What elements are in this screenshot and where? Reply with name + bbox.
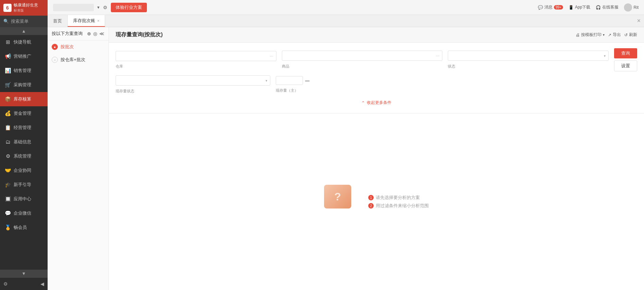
topbar-left: ▾ ⚙ 体验行业方案 xyxy=(53,3,147,12)
collapse-label: 收起更多条件 xyxy=(367,100,391,106)
sidebar-item-label: 采购管理 xyxy=(14,82,31,88)
apps-icon: 🔲 xyxy=(5,196,11,202)
tab-close-btn[interactable]: × xyxy=(97,19,99,23)
content-area: 按以下方案查询 ⊕ ◎ ≪ ● 按批次 ○ 按仓库+批次 现存量查询 xyxy=(48,27,644,290)
print-btn[interactable]: 🖨 按模板打印 ▾ xyxy=(576,32,605,38)
empty-hint-2: 2 用过滤条件来缩小分析范围 xyxy=(368,203,429,209)
experience-btn[interactable]: 体验行业方案 xyxy=(111,3,147,12)
avatar xyxy=(624,3,632,12)
sidebar-item-inventory[interactable]: 📦 库存核算 xyxy=(0,92,48,106)
goods-input-wrap[interactable]: ··· xyxy=(282,51,443,61)
sales-icon: 📊 xyxy=(5,68,11,74)
warehouse-label: 仓库 xyxy=(116,64,123,69)
warehouse-input-wrap[interactable]: ··· xyxy=(116,51,276,61)
scheme-icon-active: ● xyxy=(52,44,58,50)
online-service-btn[interactable]: 🎧 在线客服 xyxy=(596,4,618,10)
inventory-qty-field: — 现存量（主） xyxy=(276,76,430,93)
sidebar-item-member[interactable]: 🏅 畅会员 xyxy=(0,220,48,235)
goods-input[interactable] xyxy=(285,53,436,58)
sidebar-header: 6 畅康通好生意 标准版 xyxy=(0,0,48,16)
empty-state: 1 请先选择要分析的方案 2 用过滤条件来缩小分析范围 xyxy=(109,113,644,290)
sidebar-item-label: 新手引导 xyxy=(14,182,31,188)
sidebar-item-apps[interactable]: 🔲 应用中心 xyxy=(0,192,48,206)
topbar-search-input[interactable] xyxy=(53,4,94,11)
sidebar-item-basic[interactable]: 🗂 基础信息 xyxy=(0,135,48,149)
tab-home[interactable]: 首页 xyxy=(48,15,68,27)
sidebar-item-label: 营销推广 xyxy=(14,53,31,59)
status-select-wrap[interactable]: 全部 正常 停用 ▾ xyxy=(448,51,609,61)
scheme-item-warehouse-batch[interactable]: ○ 按仓库+批次 xyxy=(48,53,108,66)
sidebar-item-system[interactable]: ⚙ 系统管理 xyxy=(0,149,48,163)
inventory-icon: 📦 xyxy=(5,96,11,102)
inventory-qty-label: 现存量（主） xyxy=(276,88,298,92)
inventory-status-select[interactable]: 全部 xyxy=(119,78,266,83)
sidebar-item-marketing[interactable]: 📢 营销推广 xyxy=(0,49,48,64)
scheme-settings-btn[interactable]: ◎ xyxy=(93,31,97,36)
sidebar-search[interactable]: 🔍 搜索菜单 xyxy=(0,16,48,27)
collapse-filter-btn[interactable]: ≪ xyxy=(99,31,104,36)
scheme-label-batch: 按批次 xyxy=(61,44,74,50)
scheme-item-batch[interactable]: ● 按批次 xyxy=(48,40,108,53)
empty-hint-1: 1 请先选择要分析的方案 xyxy=(368,195,429,201)
sidebar-nav: ⊞ 快捷导航 📢 营销推广 📊 销售管理 🛒 采购管理 📦 库存核算 💰 资金管… xyxy=(0,35,48,270)
sidebar-item-enterprise[interactable]: 🤝 企业协同 xyxy=(0,163,48,178)
messages-badge: 99+ xyxy=(554,5,563,10)
main-area: ▾ ⚙ 体验行业方案 💬 消息 99+ 📱 App下载 🎧 在线客服 Rit xyxy=(48,0,644,290)
filter-panel-title: 按以下方案查询 xyxy=(52,31,83,37)
sidebar-item-sales[interactable]: 📊 销售管理 xyxy=(0,64,48,78)
app-download-btn[interactable]: 📱 App下载 xyxy=(569,4,590,10)
tab-inventory-batch[interactable]: 库存批次账 × xyxy=(68,15,105,27)
sidebar-item-purchase[interactable]: 🛒 采购管理 xyxy=(0,78,48,92)
scroll-up-btn[interactable]: ▲ xyxy=(0,27,48,35)
collapse-btn[interactable]: ⌃ 收起更多条件 xyxy=(116,98,637,108)
purchase-icon: 🛒 xyxy=(5,82,11,88)
collapse-icon: ⌃ xyxy=(361,101,365,105)
messages-btn[interactable]: 💬 消息 99+ xyxy=(538,4,563,10)
goods-dots[interactable]: ··· xyxy=(436,53,439,58)
status-select[interactable]: 全部 正常 停用 xyxy=(451,53,604,58)
sidebar-item-label: 企业协同 xyxy=(14,167,31,174)
topbar-gear-icon[interactable]: ⚙ xyxy=(103,5,107,10)
empty-box-visual xyxy=(324,185,351,209)
sidebar-item-label: 库存核算 xyxy=(14,96,31,102)
warehouse-dots[interactable]: ··· xyxy=(270,54,273,58)
inventory-status-wrap[interactable]: 全部 ▾ xyxy=(116,75,270,86)
topbar-right: 💬 消息 99+ 📱 App下载 🎧 在线客服 Rit xyxy=(538,3,639,12)
chevron-down-status-icon: ▾ xyxy=(604,54,606,58)
sidebar: 6 畅康通好生意 标准版 🔍 搜索菜单 ▲ ⊞ 快捷导航 📢 营销推广 📊 销售… xyxy=(0,0,48,290)
warehouse-input[interactable] xyxy=(119,54,270,58)
scroll-down-btn[interactable]: ▼ xyxy=(0,270,48,277)
set-button[interactable]: 设置 xyxy=(614,60,637,71)
warehouse-field: ··· 仓库 xyxy=(116,51,276,69)
sidebar-item-wechat[interactable]: 💬 企业微信 xyxy=(0,206,48,220)
tab-inventory-batch-label: 库存批次账 xyxy=(73,18,95,24)
collapse-sidebar-btn[interactable]: ◀ xyxy=(40,281,44,287)
headset-icon: 🎧 xyxy=(596,5,601,10)
close-panel-btn[interactable]: × xyxy=(633,15,644,27)
form-row-2: 全部 ▾ 现存量状态 — xyxy=(116,75,637,94)
user-avatar-btn[interactable]: Rit xyxy=(624,3,639,12)
page-title-bar: 现存量查询(按批次) 🖨 按模板打印 ▾ ↗ 导出 ↺ xyxy=(109,27,644,43)
right-panel-wrapper: 现存量查询(按批次) 🖨 按模板打印 ▾ ↗ 导出 ↺ xyxy=(109,27,644,290)
finance-icon: 💰 xyxy=(5,110,11,116)
refresh-btn[interactable]: ↺ 刷新 xyxy=(624,32,637,38)
shortcut-icon: ⊞ xyxy=(5,39,11,45)
sidebar-logo: 6 xyxy=(3,4,12,12)
sidebar-item-shortcut[interactable]: ⊞ 快捷导航 xyxy=(0,35,48,49)
inventory-qty-min[interactable] xyxy=(276,76,303,85)
query-button[interactable]: 查询 xyxy=(614,48,637,58)
chevron-down-inv-icon: ▾ xyxy=(266,79,267,83)
sidebar-item-operations[interactable]: 📋 经营管理 xyxy=(0,121,48,135)
export-btn[interactable]: ↗ 导出 xyxy=(608,32,621,38)
sidebar-footer: ⚙ ◀ xyxy=(0,277,48,290)
sidebar-item-newbie[interactable]: 🎓 新手引导 xyxy=(0,178,48,192)
sidebar-item-finance[interactable]: 💰 资金管理 xyxy=(0,106,48,121)
topbar-dropdown-icon[interactable]: ▾ xyxy=(97,5,100,10)
sidebar-item-label: 基础信息 xyxy=(14,139,31,145)
add-scheme-btn[interactable]: ⊕ xyxy=(87,31,91,36)
settings-footer-btn[interactable]: ⚙ xyxy=(3,281,8,287)
marketing-icon: 📢 xyxy=(5,53,11,59)
form-row-1: ··· 仓库 ··· xyxy=(116,48,637,71)
version-label: 标准版 xyxy=(14,8,38,13)
status-label: 状态 xyxy=(448,64,455,68)
